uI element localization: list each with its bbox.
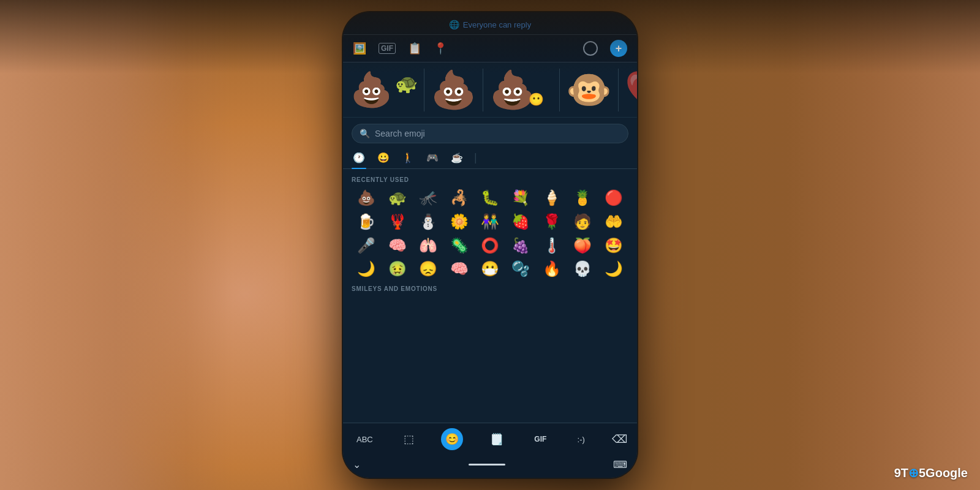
emoji-sad[interactable]: 😞 — [413, 258, 443, 281]
circle-icon[interactable] — [583, 41, 598, 56]
bottom-nav: ⌄ ⌨ — [343, 455, 637, 478]
watermark: 9T⊕5Google — [894, 466, 968, 480]
image-icon[interactable]: 🖼️ — [353, 42, 366, 55]
phone-wrapper: 🌐 Everyone can reply 🖼️ GIF 📋 📍 + 💩 🐢 💩 — [343, 12, 637, 478]
search-placeholder: Search emoji — [375, 129, 620, 138]
tab-smiley[interactable]: 😀 — [376, 149, 391, 166]
preview-divider-4 — [618, 69, 619, 111]
tab-food[interactable]: ☕ — [450, 149, 464, 166]
sticker-poop-dance[interactable]: 💩 — [431, 68, 477, 111]
watermark-nine: 9T — [894, 466, 908, 480]
emoji-peach[interactable]: 🍑 — [568, 235, 597, 257]
watermark-five: 5 — [919, 466, 925, 480]
location-icon[interactable]: 📍 — [434, 42, 447, 55]
emoji-picker: 🔍 Search emoji 🕐 😀 🚶 🎮 ☕ | RECENTLY USED — [343, 118, 637, 423]
sticker-partial[interactable]: ❤️ — [625, 68, 637, 111]
emoji-lungs[interactable]: 🫁 — [413, 235, 443, 257]
kiss-mark: 😶 — [529, 92, 544, 107]
preview-divider-1 — [424, 69, 424, 111]
watermark-google: Google — [925, 466, 968, 480]
phone: 🌐 Everyone can reply 🖼️ GIF 📋 📍 + 💩 🐢 💩 — [343, 12, 637, 478]
emoji-crescent-moon[interactable]: 🌙 — [352, 258, 381, 281]
emoji-bubble[interactable]: 🫧 — [506, 258, 535, 281]
home-indicator — [469, 464, 505, 466]
emoji-worm[interactable]: 🐛 — [475, 187, 505, 209]
emoticon-key[interactable]: :-) — [574, 432, 589, 447]
emoji-poop[interactable]: 💩 — [352, 187, 381, 209]
emoji-strawberry[interactable]: 🍓 — [506, 211, 535, 233]
list-icon[interactable]: 📋 — [408, 42, 421, 55]
emoji-couple[interactable]: 👫 — [475, 211, 505, 233]
sticker-key[interactable]: 🗒️ — [486, 430, 507, 448]
keyboard-icon[interactable]: ⌨ — [613, 459, 627, 470]
emoji-nauseated[interactable]: 🤢 — [382, 258, 412, 281]
emoji-fire[interactable]: 🔥 — [537, 258, 567, 281]
search-bar-container: 🔍 Search emoji — [343, 118, 637, 147]
emoji-moon2[interactable]: 🌙 — [599, 258, 628, 281]
emoji-pineapple[interactable]: 🍍 — [568, 187, 597, 209]
emoji-preview-row: 💩 🐢 💩 💩 😶 🐵 ❤️ — [343, 62, 637, 118]
phone-screen: 🌐 Everyone can reply 🖼️ GIF 📋 📍 + 💩 🐢 💩 — [343, 12, 637, 478]
emoji-snowman[interactable]: ⛄ — [413, 211, 443, 233]
emoji-starstruck[interactable]: 🤩 — [599, 235, 628, 257]
abc-key[interactable]: ABC — [353, 432, 377, 447]
recently-used-grid: 💩 🐢 🦟 🦂 🐛 💐 🍦 🍍 🔴 🍺 🦞 ⛄ 🌼 👫 — [352, 187, 628, 281]
emoji-grid-container[interactable]: RECENTLY USED 💩 🐢 🦟 🦂 🐛 💐 🍦 🍍 🔴 🍺 🦞 — [343, 169, 637, 423]
recently-used-label: RECENTLY USED — [352, 176, 628, 183]
gif-icon[interactable]: GIF — [379, 43, 396, 54]
emoji-grapes[interactable]: 🍇 — [506, 235, 535, 257]
gif-key[interactable]: GIF — [530, 432, 550, 446]
emoji-flower[interactable]: 🌼 — [444, 211, 473, 233]
clipboard-key[interactable]: ⬚ — [400, 430, 418, 448]
tab-people[interactable]: 🚶 — [401, 149, 415, 166]
emoji-key-icon: 😊 — [445, 432, 459, 446]
top-bar: 🌐 Everyone can reply — [343, 12, 637, 35]
emoji-rose[interactable]: 🌹 — [537, 211, 567, 233]
chevron-down-icon[interactable]: ⌄ — [353, 459, 361, 470]
watermark-to: ⊕ — [908, 466, 919, 480]
emoji-thermometer[interactable]: 🌡️ — [537, 235, 567, 257]
emoji-microbe[interactable]: 🦠 — [444, 235, 473, 257]
emoji-key[interactable]: 😊 — [441, 428, 463, 450]
sticker-monkey[interactable]: 🐵 — [566, 68, 612, 111]
emoji-red-circle[interactable]: 🔴 — [599, 187, 628, 209]
tab-activities[interactable]: 🎮 — [425, 149, 440, 166]
emoji-blue-head[interactable]: 🧠 — [444, 258, 473, 281]
emoji-icecream[interactable]: 🍦 — [537, 187, 567, 209]
emoji-mosquito[interactable]: 🦟 — [413, 187, 443, 209]
emoji-person[interactable]: 🧑 — [568, 211, 597, 233]
backspace-key[interactable]: ⌫ — [612, 432, 627, 446]
category-tabs: 🕐 😀 🚶 🎮 ☕ | — [343, 147, 637, 169]
search-input-wrapper[interactable]: 🔍 Search emoji — [352, 124, 628, 143]
emoji-hole[interactable]: ⭕ — [475, 235, 505, 257]
tab-recent[interactable]: 🕐 — [352, 149, 366, 166]
emoji-mask[interactable]: 😷 — [475, 258, 505, 281]
emoji-brain[interactable]: 🧠 — [382, 235, 412, 257]
search-icon: 🔍 — [360, 129, 370, 138]
plus-button[interactable]: + — [610, 40, 627, 57]
globe-icon: 🌐 — [449, 20, 459, 29]
preview-divider-3 — [559, 69, 560, 111]
emoji-skull[interactable]: 💀 — [568, 258, 597, 281]
emoji-lobster[interactable]: 🦞 — [382, 211, 412, 233]
tab-separator: | — [474, 151, 477, 164]
emoji-scorpion[interactable]: 🦂 — [444, 187, 473, 209]
emoji-mic[interactable]: 🎤 — [352, 235, 381, 257]
preview-divider-2 — [483, 69, 483, 111]
emoji-beers[interactable]: 🍺 — [352, 211, 381, 233]
emoji-bouquet[interactable]: 💐 — [506, 187, 535, 209]
sticker-turtle: 🐢 — [395, 73, 418, 94]
sticker-poop-turtle[interactable]: 💩 — [350, 70, 393, 110]
emoji-hands[interactable]: 🤲 — [599, 211, 628, 233]
everyone-can-reply-text: Everyone can reply — [463, 20, 531, 29]
smileys-label: SMILEYS AND EMOTIONS — [352, 285, 628, 292]
top-bar-content: 🌐 Everyone can reply — [449, 20, 531, 29]
keyboard-bar: ABC ⬚ 😊 🗒️ GIF :-) ⌫ — [343, 423, 637, 455]
toolbar: 🖼️ GIF 📋 📍 + — [343, 35, 637, 62]
emoji-turtle[interactable]: 🐢 — [382, 187, 412, 209]
